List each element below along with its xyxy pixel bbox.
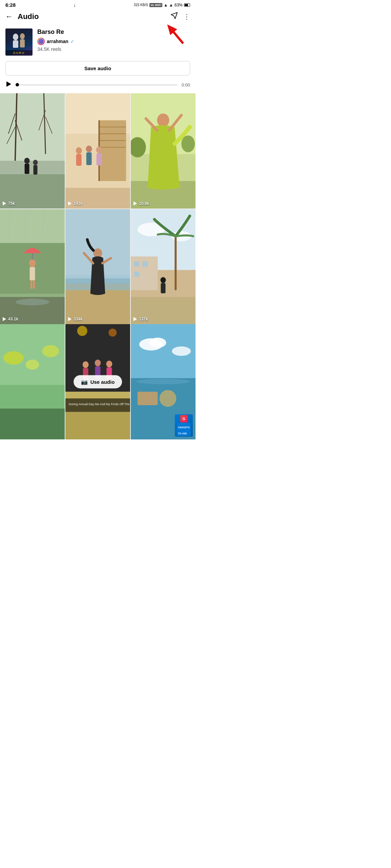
svg-point-100	[172, 347, 191, 356]
player-row: 0:00	[0, 80, 196, 93]
menu-button[interactable]: ⋮	[183, 13, 190, 21]
bottom-row: During Annual Day Me And My Frnds Off Th…	[0, 324, 196, 439]
play-icon	[133, 201, 138, 205]
use-audio-button[interactable]: 📷 Use audio	[74, 375, 122, 388]
progress-bar[interactable]	[16, 84, 178, 85]
share-icon[interactable]	[170, 12, 178, 21]
audio-details: Barso Re arrahman ✓ 34.5K reels	[37, 28, 190, 52]
svg-point-85	[77, 326, 87, 336]
battery-label: 63%	[174, 3, 183, 7]
gadgets-badge: G GADGETSTO USE	[175, 414, 193, 437]
svg-rect-73	[174, 236, 177, 290]
album-art: GURU	[5, 28, 33, 56]
reel-count-4: 43.1k	[3, 317, 18, 321]
play-icon	[3, 201, 7, 205]
svg-rect-76	[161, 283, 166, 293]
bottom-reel-item-center[interactable]: During Annual Day Me And My Frnds Off Th…	[65, 324, 130, 439]
svg-marker-6	[6, 81, 11, 87]
reel-count-5: 334k	[68, 317, 83, 321]
svg-rect-82	[0, 409, 65, 439]
header: ← Audio ⋮	[0, 9, 196, 24]
reel-count-3: 10.8k	[133, 201, 149, 206]
svg-rect-30	[76, 154, 82, 166]
artist-name[interactable]: arrahman	[47, 39, 68, 44]
camera-icon: 📷	[81, 378, 88, 385]
battery-icon	[184, 3, 190, 7]
svg-point-17	[24, 158, 30, 164]
svg-point-2	[13, 34, 18, 40]
save-audio-button[interactable]: Save audio	[5, 61, 190, 76]
reel-count-1: 75k	[3, 201, 15, 206]
svg-rect-5	[20, 39, 25, 47]
svg-rect-34	[97, 153, 102, 165]
gadgets-logo: G	[180, 415, 188, 422]
use-audio-label: Use audio	[90, 379, 115, 384]
page-title: Audio	[18, 12, 39, 21]
svg-point-19	[33, 160, 38, 165]
play-icon	[133, 317, 138, 321]
reels-count: 34.5K reels	[37, 46, 190, 52]
svg-point-81	[26, 360, 39, 370]
status-download-icon: ↓	[74, 2, 76, 8]
svg-point-89	[95, 360, 101, 367]
svg-rect-18	[25, 164, 29, 174]
svg-point-29	[76, 147, 82, 154]
play-icon	[3, 317, 7, 321]
bottom-reel-item-right[interactable]: G GADGETSTO USE	[131, 324, 196, 439]
svg-point-104	[160, 390, 177, 407]
svg-point-87	[83, 361, 89, 368]
reel-count-2: 141k	[68, 201, 83, 206]
svg-rect-8	[0, 93, 65, 161]
play-icon	[68, 317, 72, 321]
status-wifi-label: Vo WiFi	[149, 3, 162, 7]
reel-item[interactable]: 10.8k	[131, 93, 196, 209]
svg-point-53	[29, 259, 36, 267]
svg-rect-95	[65, 412, 130, 439]
bottom-reel-item[interactable]	[0, 324, 65, 439]
svg-rect-23	[99, 120, 126, 181]
header-right: ⋮	[170, 12, 190, 21]
gadgets-text: GADGETSTO USE	[178, 426, 190, 435]
svg-point-102	[136, 379, 190, 384]
play-button[interactable]	[5, 81, 12, 88]
svg-rect-72	[134, 272, 139, 277]
svg-point-75	[161, 277, 166, 283]
svg-point-79	[3, 351, 24, 365]
progress-dot	[16, 83, 19, 86]
reel-item[interactable]: 75k	[0, 93, 65, 209]
svg-point-91	[106, 361, 112, 368]
status-bar: 6:28 ↓ 315 KB/S Vo WiFi ▲ ▲ 63%	[0, 0, 196, 9]
svg-point-40	[181, 135, 195, 152]
header-left: ← Audio	[5, 12, 39, 21]
svg-point-41	[157, 114, 169, 127]
svg-rect-56	[33, 280, 35, 289]
svg-rect-71	[143, 261, 148, 267]
svg-point-48	[16, 298, 49, 305]
reel-item[interactable]: 141k	[65, 93, 130, 209]
audio-title: Barso Re	[37, 28, 190, 36]
time-label: 0:00	[182, 82, 190, 87]
artist-row: arrahman ✓	[37, 38, 190, 45]
svg-rect-103	[138, 392, 158, 405]
svg-point-99	[149, 338, 166, 348]
svg-rect-20	[33, 165, 37, 175]
reel-item[interactable]: 334k	[65, 209, 130, 324]
play-icon	[68, 201, 72, 205]
back-button[interactable]: ←	[5, 12, 13, 21]
signal-icon: ▲	[169, 3, 173, 7]
reels-grid: 75k	[0, 93, 196, 324]
svg-point-4	[20, 33, 25, 39]
svg-rect-54	[30, 267, 35, 280]
svg-rect-3	[13, 40, 18, 48]
reel-item[interactable]: 137k	[131, 209, 196, 324]
wifi-icon: ▲	[164, 3, 168, 7]
svg-point-31	[86, 145, 92, 152]
audio-info-section: GURU Barso Re arrahman ✓ 34.5K reels	[0, 24, 196, 58]
reel-item[interactable]: 43.1k	[0, 209, 65, 324]
status-time: 6:28	[5, 2, 16, 8]
status-network: 315 KB/S	[134, 3, 148, 7]
svg-rect-32	[86, 152, 92, 165]
svg-point-33	[96, 146, 102, 153]
svg-marker-0	[171, 13, 177, 19]
svg-rect-70	[134, 261, 139, 267]
